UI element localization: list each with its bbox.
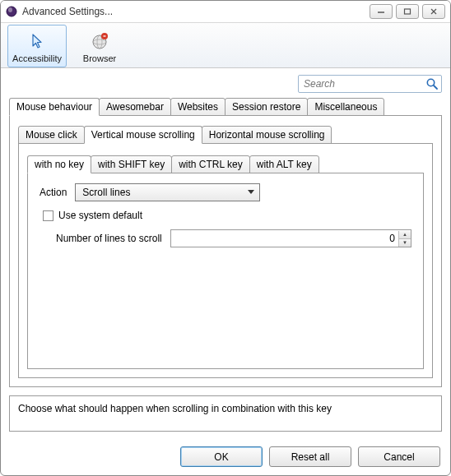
action-label: Action [40, 187, 67, 198]
tab-miscellaneous[interactable]: Miscellaneous [307, 98, 384, 116]
tab-vertical-scrolling[interactable]: Vertical mouse scrolling [84, 126, 202, 144]
tab-session-restore[interactable]: Session restore [225, 98, 308, 116]
app-icon [6, 6, 17, 17]
tab-websites[interactable]: Websites [170, 98, 226, 116]
cancel-button[interactable]: Cancel [358, 446, 440, 467]
ok-button[interactable]: OK [180, 446, 263, 467]
minimize-button[interactable] [370, 4, 393, 19]
toolbar-accessibility[interactable]: Accessibility [7, 25, 67, 67]
toolbar-browser-label: Browser [83, 53, 116, 63]
search-box [298, 75, 442, 93]
use-system-default-label: Use system default [58, 210, 142, 221]
search-icon[interactable] [425, 77, 439, 93]
tab-horizontal-scrolling[interactable]: Horizontal mouse scrolling [202, 126, 332, 144]
svg-rect-3 [405, 9, 411, 14]
spin-up-button[interactable]: ▲ [399, 231, 411, 239]
window: Advanced Settings... Accessibility Brows… [0, 0, 451, 476]
content-area: Mouse behaviour Awesomebar Websites Sess… [1, 68, 450, 438]
use-system-default-checkbox[interactable] [43, 210, 53, 221]
num-lines-value: 0 [171, 233, 398, 244]
toolbar-browser[interactable]: Browser [70, 25, 129, 67]
sub-tabpanel: with no key with SHIFT key with CTRL key… [18, 143, 433, 378]
toolbar: Accessibility Browser [1, 23, 450, 68]
chevron-down-icon [248, 190, 254, 194]
action-value: Scroll lines [82, 187, 130, 198]
tab-mouse-click[interactable]: Mouse click [18, 126, 85, 144]
maximize-button[interactable] [396, 4, 419, 19]
tab-mouse-behaviour[interactable]: Mouse behaviour [9, 98, 100, 116]
toolbar-accessibility-label: Accessibility [12, 53, 62, 63]
search-input[interactable] [298, 75, 442, 93]
tab-alt-key[interactable]: with ALT key [249, 155, 319, 173]
num-lines-input[interactable]: 0 ▲ ▼ [170, 229, 411, 247]
reset-all-button[interactable]: Reset all [269, 446, 351, 467]
main-tabstrip: Mouse behaviour Awesomebar Websites Sess… [9, 98, 442, 116]
description-text: Choose what should happen when scrolling… [18, 403, 332, 414]
tab-awesomebar[interactable]: Awesomebar [99, 98, 171, 116]
globe-icon [89, 30, 110, 52]
close-button[interactable] [422, 4, 445, 19]
key-tabpanel: Action Scroll lines Use system default N… [27, 173, 424, 369]
spin-down-button[interactable]: ▼ [399, 239, 411, 247]
window-controls [370, 4, 445, 19]
titlebar: Advanced Settings... [1, 1, 450, 23]
window-title: Advanced Settings... [22, 6, 370, 17]
num-lines-label: Number of lines to scroll [56, 233, 162, 244]
description-box: Choose what should happen when scrolling… [9, 395, 442, 432]
cursor-icon [26, 30, 48, 52]
svg-rect-11 [104, 35, 106, 36]
main-tabpanel: Mouse click Vertical mouse scrolling Hor… [9, 115, 442, 387]
tab-no-key[interactable]: with no key [27, 155, 91, 173]
action-combobox[interactable]: Scroll lines [75, 183, 260, 201]
tab-ctrl-key[interactable]: with CTRL key [171, 155, 250, 173]
sub-tabstrip: Mouse click Vertical mouse scrolling Hor… [18, 126, 433, 144]
key-tabstrip: with no key with SHIFT key with CTRL key… [27, 155, 424, 173]
tab-shift-key[interactable]: with SHIFT key [91, 155, 172, 173]
svg-line-13 [434, 85, 437, 89]
svg-point-1 [8, 7, 12, 12]
svg-marker-6 [33, 35, 41, 48]
footer: OK Reset all Cancel [1, 438, 450, 475]
spinner: ▲ ▼ [398, 231, 411, 247]
